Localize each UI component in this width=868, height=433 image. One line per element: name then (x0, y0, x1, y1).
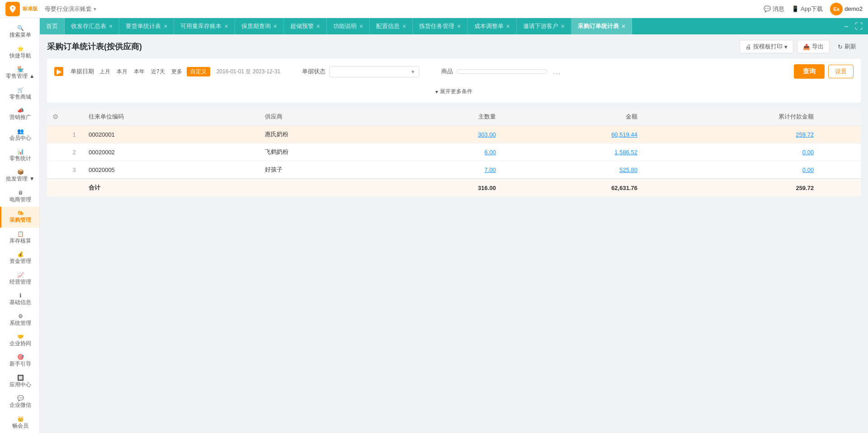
sidebar-item-system-mgmt[interactable]: ⚙ 系统管理 (0, 309, 39, 330)
sidebar-item-label: 资金管理 (9, 257, 31, 265)
date-btn-7days[interactable]: 近7天 (149, 67, 167, 76)
date-btn-this-month[interactable]: 本月 (115, 67, 129, 76)
sidebar-item-operations[interactable]: 📈 经营管理 (0, 268, 39, 289)
sidebar-item-finance[interactable]: 💰 资金管理 (0, 248, 39, 268)
sidebar-item-wechat[interactable]: 💬 企业微信 (0, 392, 39, 412)
user-name: demo2 (844, 5, 863, 12)
table-row[interactable]: 3 00020005 好孩子 7.00 525.80 0.00 (47, 161, 861, 179)
sidebar-item-retail-mall[interactable]: 🛒 零售商城 (0, 83, 39, 104)
row-settings-cell (47, 143, 65, 161)
amount-link[interactable]: 1,586.52 (614, 149, 637, 156)
status-select[interactable]: ▾ (329, 66, 420, 77)
goods-ellipsis-button[interactable]: … (552, 67, 561, 76)
settings-button[interactable]: 设置 (828, 65, 854, 78)
app-download-button[interactable]: 📱 App下载 (792, 5, 823, 13)
sidebar-item-search[interactable]: 🔍 搜索菜单 (0, 22, 39, 42)
tab-close-icon[interactable]: × (359, 23, 363, 29)
sidebar-item-label: 电商管理 (9, 196, 31, 204)
paid-link[interactable]: 0.00 (802, 167, 814, 173)
sidebar-item-app-center[interactable]: 🔲 应用中心 (0, 371, 39, 392)
tab-purchase-summary[interactable]: 采购订单统计表 × (571, 18, 632, 34)
tab-close-active-icon[interactable]: × (622, 23, 625, 29)
sidebar-item-new-guide[interactable]: 🎯 新手引导 (0, 351, 39, 371)
tab-label: 拣货任务管理 (419, 22, 454, 30)
paid-link[interactable]: 259.72 (796, 131, 814, 138)
tab-close-icon[interactable]: × (561, 23, 565, 29)
amount-link[interactable]: 525.80 (619, 167, 637, 173)
tab-order-summary[interactable]: 要货单统计表 × (119, 18, 174, 34)
tab-function-desc[interactable]: 功能说明 × (327, 18, 370, 34)
quantity-link[interactable]: 7.00 (485, 167, 496, 173)
date-btn-this-year[interactable]: 本年 (132, 67, 146, 76)
sidebar-item-basic-info[interactable]: ℹ 基础信息 (0, 289, 39, 309)
tab-close-icon[interactable]: × (224, 23, 228, 29)
tab-label: 要货单统计表 (126, 22, 161, 30)
top-bar-right: 💬 消息 📱 App下载 Ea demo2 (764, 3, 863, 15)
tab-close-icon[interactable]: × (164, 23, 167, 29)
date-custom-button[interactable]: 自定义 (187, 67, 210, 76)
tab-close-icon[interactable]: × (402, 23, 406, 29)
tab-inventory-book[interactable]: 可用量库存账本 × (174, 18, 235, 34)
tab-close-icon[interactable]: × (109, 23, 113, 29)
query-button[interactable]: 查询 (794, 64, 825, 79)
messages-button[interactable]: 💬 消息 (764, 5, 784, 13)
column-settings-icon[interactable]: ⚙ (52, 113, 58, 120)
refresh-button[interactable]: ↻ 刷新 (833, 40, 861, 53)
col-extra (819, 108, 861, 126)
col-settings: ⚙ (47, 108, 65, 126)
date-btn-last-month[interactable]: 上月 (98, 67, 112, 76)
sidebar-item-inventory[interactable]: 📋 库存核算 (0, 228, 39, 248)
sidebar-item-vip[interactable]: 👑 畅会员 (0, 413, 39, 433)
tab-overstock-warning[interactable]: 超储预警 × (284, 18, 327, 34)
tab-close-icon[interactable]: × (316, 23, 320, 29)
amount-link[interactable]: 60,519.44 (611, 131, 637, 138)
footer-extra (819, 179, 861, 197)
print-button[interactable]: 🖨 按模板打印 ▾ (740, 40, 793, 53)
tab-pick-task[interactable]: 拣货任务管理 × (413, 18, 467, 34)
tab-maximize-button[interactable]: ⛶ (854, 21, 864, 32)
action-buttons: 查询 设置 (794, 64, 854, 79)
sidebar-item-marketing[interactable]: 📣 营销推广 (0, 104, 39, 124)
row-amount-cell: 1,586.52 (501, 143, 643, 161)
sidebar-item-purchase-mgmt[interactable]: 🛍 采购管理 (0, 207, 39, 227)
sidebar-item-member[interactable]: 👥 会员中心 (0, 124, 39, 145)
sidebar-item-quick-nav[interactable]: ⭐ 快捷导航 (0, 42, 39, 62)
sidebar-item-wholesale-mgmt[interactable]: 📦 批发管理 ▼ (0, 166, 39, 186)
sidebar-item-label: 企业协同 (9, 340, 31, 347)
sidebar-item-label: 快捷导航 (9, 52, 31, 60)
tab-close-icon[interactable]: × (457, 23, 461, 29)
filter-toggle-button[interactable]: ▶ (54, 67, 63, 76)
export-button[interactable]: 📤 导出 (797, 40, 830, 53)
sidebar-item-label: 企业微信 (9, 401, 31, 409)
app-download-label: App下载 (801, 5, 823, 13)
tab-label: 功能说明 (333, 22, 357, 30)
tab-bar: 首页 收发存汇总表 × 要货单统计表 × 可用量库存账本 × 保质期查询 × 超… (40, 18, 868, 34)
logo-area: 标准版 (5, 2, 38, 16)
sidebar-item-label: 零售管理 ▲ (6, 72, 34, 80)
goods-input[interactable] (457, 69, 547, 74)
tab-invite-downstream[interactable]: 邀请下游客户 × (517, 18, 571, 34)
quantity-link[interactable]: 303.00 (478, 131, 496, 138)
sidebar-item-retail-mgmt[interactable]: 🏪 零售管理 ▲ (0, 63, 39, 83)
tab-close-icon[interactable]: × (274, 23, 277, 29)
table-row[interactable]: 2 00020002 飞鹤奶粉 6.00 1,586.52 0.00 (47, 143, 861, 161)
sidebar-item-ecommerce[interactable]: 🖥 电商管理 (0, 186, 39, 207)
tab-shelf-life[interactable]: 保质期查询 × (235, 18, 284, 34)
tab-close-icon[interactable]: × (506, 23, 510, 29)
user-area[interactable]: Ea demo2 (830, 3, 863, 15)
tab-receive-summary[interactable]: 收发存汇总表 × (65, 18, 119, 34)
sidebar-item-enterprise[interactable]: 🤝 企业协同 (0, 330, 39, 351)
tab-cost-adjust[interactable]: 成本调整单 × (468, 18, 517, 34)
inventory-icon: 📋 (17, 231, 24, 237)
date-btn-more[interactable]: 更多 (170, 67, 184, 76)
top-bar-left: 标准版 母婴行业演示账套 ▾ (5, 2, 96, 16)
date-shortcuts: 上月 本月 本年 近7天 更多 自定义 (98, 67, 210, 76)
tab-minimize-button[interactable]: － (841, 21, 852, 32)
table-row[interactable]: 1 00020001 惠氏奶粉 303.00 60,519.44 259.72 (47, 126, 861, 143)
sidebar-item-retail-stats[interactable]: 📊 零售统计 (0, 145, 39, 166)
expand-conditions-button[interactable]: ▾ 展开更多条件 (428, 86, 480, 97)
paid-link[interactable]: 0.00 (802, 149, 814, 156)
tab-config-info[interactable]: 配置信息 × (370, 18, 413, 34)
quantity-link[interactable]: 6.00 (485, 149, 496, 156)
tab-home[interactable]: 首页 (40, 18, 65, 34)
